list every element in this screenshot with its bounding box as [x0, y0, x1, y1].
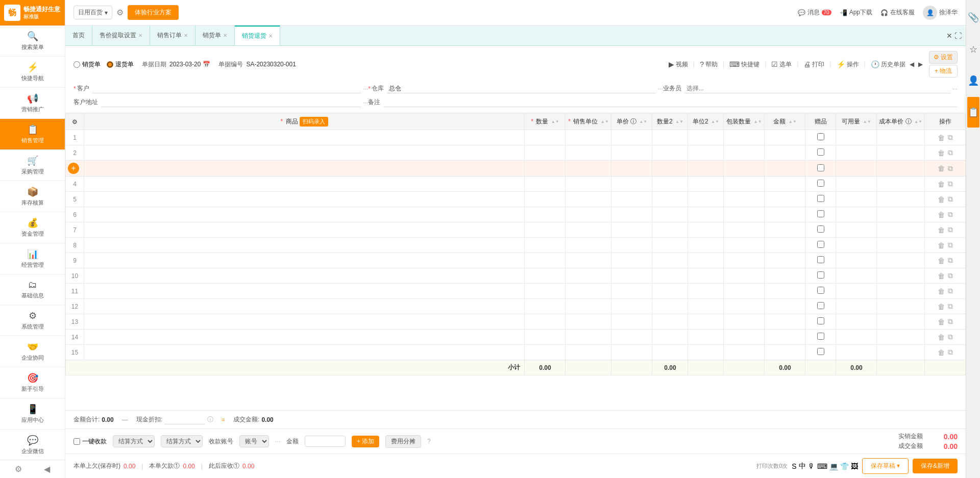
row-amount-cell[interactable]: [765, 268, 805, 284]
split-help-icon[interactable]: ?: [427, 438, 431, 445]
sidebar-item-operation[interactable]: 📊 经营管理: [0, 243, 65, 274]
row-cost-cell[interactable]: [877, 161, 925, 177]
row-qty2-cell[interactable]: [652, 284, 688, 299]
row-unit-cell[interactable]: [566, 284, 611, 299]
pkg-sort-icon[interactable]: ▲▼: [754, 119, 762, 124]
sidebar-item-search[interactable]: 🔍 搜索菜单: [0, 26, 65, 57]
row-available-cell[interactable]: [836, 299, 877, 314]
row-cost-cell[interactable]: [877, 284, 925, 299]
amount-pay-input[interactable]: [305, 436, 346, 447]
copy-icon[interactable]: ⧉: [948, 180, 953, 188]
bottom-icon3[interactable]: 🎙: [808, 462, 815, 470]
bottom-icon2[interactable]: 中: [799, 462, 806, 471]
delete-icon[interactable]: 🗑: [938, 257, 945, 265]
row-available-cell[interactable]: [836, 222, 877, 238]
row-qty2-cell[interactable]: [652, 238, 688, 253]
add-payment-btn[interactable]: + 添加: [352, 436, 379, 447]
addr-dots[interactable]: ···: [363, 99, 368, 106]
row-gift-cell[interactable]: [805, 207, 836, 222]
row-price-cell[interactable]: [611, 145, 652, 161]
row-available-cell[interactable]: [836, 314, 877, 330]
delete-icon[interactable]: 🗑: [938, 226, 945, 234]
row-gift-cell[interactable]: [805, 345, 836, 360]
row-unit-cell[interactable]: [566, 161, 611, 177]
row-amount-cell[interactable]: [765, 345, 805, 360]
row-qty-cell[interactable]: [525, 161, 566, 177]
delete-icon[interactable]: 🗑: [938, 333, 945, 341]
row-amount-cell[interactable]: [765, 222, 805, 238]
copy-icon[interactable]: ⧉: [948, 241, 953, 249]
delete-icon[interactable]: 🗑: [938, 287, 945, 295]
sidebar-item-basic[interactable]: 🗂 基础信息: [0, 274, 65, 305]
delete-icon[interactable]: 🗑: [938, 180, 945, 188]
copy-icon[interactable]: ⧉: [948, 195, 953, 204]
row-price-cell[interactable]: [611, 161, 652, 177]
row-qty-cell[interactable]: [525, 207, 566, 222]
row-amount-cell[interactable]: [765, 161, 805, 177]
radio-return[interactable]: 退货单: [107, 60, 134, 69]
row-qty2-cell[interactable]: [652, 345, 688, 360]
row-gift-cell[interactable]: [805, 299, 836, 314]
gift-checkbox[interactable]: [817, 348, 824, 355]
row-product-cell[interactable]: [84, 161, 525, 177]
delete-icon[interactable]: 🗑: [938, 303, 945, 311]
row-gift-cell[interactable]: [805, 222, 836, 238]
row-unit-cell[interactable]: [566, 177, 611, 192]
row-unit2-cell[interactable]: [688, 268, 724, 284]
row-cost-cell[interactable]: [877, 314, 925, 330]
row-cost-cell[interactable]: [877, 145, 925, 161]
help-btn[interactable]: ?帮助: [700, 60, 718, 69]
staff-input[interactable]: [684, 84, 950, 93]
row-unit-cell[interactable]: [566, 222, 611, 238]
row-qty-cell[interactable]: [525, 284, 566, 299]
row-unit2-cell[interactable]: [688, 314, 724, 330]
row-unit2-cell[interactable]: [688, 330, 724, 345]
row-price-cell[interactable]: [611, 130, 652, 145]
cost-price-tip-icon[interactable]: ⓘ: [905, 118, 912, 125]
row-unit-cell[interactable]: [566, 145, 611, 161]
row-product-cell[interactable]: [84, 330, 525, 345]
copy-icon[interactable]: ⧉: [948, 302, 953, 311]
calc-method-select[interactable]: 结算方式: [113, 435, 155, 447]
rp-item-active[interactable]: 📋: [967, 97, 979, 128]
gift-checkbox[interactable]: [817, 302, 824, 309]
row-pkg-cell[interactable]: [724, 314, 765, 330]
row-unit2-cell[interactable]: [688, 177, 724, 192]
row-qty2-cell[interactable]: [652, 192, 688, 207]
copy-icon[interactable]: ⧉: [948, 164, 953, 173]
user-info[interactable]: 👤 徐泽华: [923, 6, 958, 20]
row-amount-cell[interactable]: [765, 207, 805, 222]
row-gift-cell[interactable]: [805, 161, 836, 177]
row-product-cell[interactable]: [84, 253, 525, 268]
copy-icon[interactable]: ⧉: [948, 317, 953, 326]
row-pkg-cell[interactable]: [724, 345, 765, 360]
row-qty2-cell[interactable]: [652, 299, 688, 314]
row-unit-cell[interactable]: [566, 238, 611, 253]
row-product-cell[interactable]: [84, 145, 525, 161]
one-click-pay-checkbox[interactable]: [74, 438, 80, 445]
gift-checkbox[interactable]: [817, 317, 824, 324]
unit2-sort-icon[interactable]: ▲▼: [711, 119, 719, 124]
row-price-cell[interactable]: [611, 238, 652, 253]
bottom-icon4[interactable]: ⌨: [817, 462, 827, 470]
radio-sales-out[interactable]: 销货单: [74, 60, 101, 69]
row-available-cell[interactable]: [836, 177, 877, 192]
row-amount-cell[interactable]: [765, 145, 805, 161]
row-qty-cell[interactable]: [525, 177, 566, 192]
row-qty-cell[interactable]: [525, 253, 566, 268]
gear-th-icon[interactable]: ⚙: [72, 118, 78, 125]
delete-icon[interactable]: 🗑: [938, 195, 945, 204]
row-pkg-cell[interactable]: [724, 330, 765, 345]
row-qty-cell[interactable]: [525, 145, 566, 161]
gift-checkbox[interactable]: [817, 241, 824, 248]
online-service-btn[interactable]: 🎧 在线客服: [880, 8, 915, 17]
row-available-cell[interactable]: [836, 161, 877, 177]
row-unit2-cell[interactable]: [688, 130, 724, 145]
row-price-cell[interactable]: [611, 207, 652, 222]
row-unit-cell[interactable]: [566, 253, 611, 268]
tab-close-all-icon[interactable]: ✕: [946, 32, 952, 40]
row-unit2-cell[interactable]: [688, 207, 724, 222]
row-price-cell[interactable]: [611, 345, 652, 360]
copy-icon[interactable]: ⧉: [948, 133, 953, 142]
row-available-cell[interactable]: [836, 268, 877, 284]
